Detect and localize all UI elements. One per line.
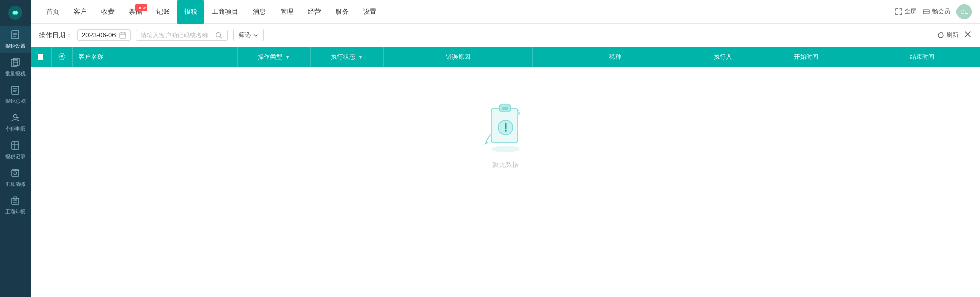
- nav-bookkeeping[interactable]: 记账: [149, 0, 177, 24]
- th-executor: 执行人: [698, 47, 748, 67]
- sidebar-item-label-tax-summary: 报税总览: [5, 98, 26, 104]
- svg-rect-30: [120, 33, 126, 38]
- sidebar-item-tax-settings[interactable]: 报税设置: [0, 26, 31, 53]
- chevron-down-icon: [253, 33, 258, 38]
- svg-point-20: [14, 172, 17, 175]
- svg-rect-42: [502, 107, 508, 110]
- nav-billing[interactable]: 收费: [94, 0, 122, 24]
- member-button[interactable]: 畅会员: [923, 7, 950, 16]
- date-value: 2023-06-06: [82, 31, 116, 39]
- tax-settings-icon: [10, 30, 20, 41]
- select-all-checkbox[interactable]: [37, 54, 44, 60]
- th-exec-status: 执行状态 ▼: [310, 47, 383, 67]
- th-customer-name: 客户名称: [72, 47, 238, 67]
- svg-rect-26: [923, 10, 929, 14]
- sidebar-item-personal-tax[interactable]: 个税申报: [0, 109, 31, 136]
- empty-text: 暂无数据: [492, 160, 519, 169]
- nav-customer[interactable]: 客户: [66, 0, 94, 24]
- nav-operation[interactable]: 经营: [301, 0, 328, 24]
- th-checkbox[interactable]: [31, 47, 51, 67]
- th-operation-type: 操作类型 ▼: [238, 47, 311, 67]
- nav-business[interactable]: 工商项目: [204, 0, 245, 24]
- search-input[interactable]: [141, 32, 212, 39]
- nav-tax[interactable]: 报税: [177, 0, 204, 24]
- svg-point-45: [505, 130, 507, 132]
- svg-point-39: [491, 146, 520, 152]
- svg-point-38: [60, 55, 63, 58]
- table-wrapper: 客户名称 操作类型 ▼ 执行状态 ▼ 错误原因: [31, 47, 980, 297]
- close-icon: [964, 30, 972, 38]
- svg-line-35: [220, 36, 222, 38]
- date-picker[interactable]: 2023-06-06: [77, 29, 131, 41]
- operation-type-sort-icon[interactable]: ▼: [285, 54, 290, 60]
- sidebar-item-settlement[interactable]: 汇算清缴: [0, 164, 31, 192]
- th-start-time-label: 开始时间: [794, 53, 818, 60]
- sidebar-item-tax-summary[interactable]: 报税总览: [0, 81, 31, 109]
- sidebar: 报税设置 批量报税 报税总览: [0, 0, 31, 297]
- th-end-time-label: 结束时间: [910, 53, 935, 60]
- nav-business-label: 工商项目: [212, 7, 238, 16]
- close-button[interactable]: [964, 30, 972, 40]
- refresh-button[interactable]: 刷新: [937, 31, 959, 39]
- nav-manage[interactable]: 管理: [273, 0, 301, 24]
- nav-home-label: 首页: [46, 7, 59, 16]
- nav-home[interactable]: 首页: [39, 0, 66, 24]
- nav-settings[interactable]: 设置: [356, 0, 383, 24]
- settlement-icon: [10, 168, 20, 180]
- sidebar-item-label-annual-report: 工商年报: [5, 209, 26, 215]
- sidebar-item-label-settlement: 汇算清缴: [5, 181, 26, 187]
- fullscreen-button[interactable]: 全屏: [895, 7, 917, 16]
- fullscreen-label: 全屏: [904, 7, 917, 16]
- sidebar-item-label-batch-tax: 批量报税: [5, 71, 26, 77]
- toolbar: 操作日期： 2023-06-06 筛选: [31, 24, 980, 47]
- nav-manage-label: 管理: [280, 7, 293, 16]
- main-area: 首页 客户 收费 票据 new 记账 报税 工商项目 消息 管理 经营: [31, 0, 980, 297]
- user-avatar[interactable]: CE: [956, 4, 972, 19]
- tax-summary-icon: [10, 85, 20, 97]
- svg-marker-47: [484, 141, 488, 145]
- invoice-new-badge: new: [135, 4, 147, 11]
- exec-status-sort-icon[interactable]: ▼: [358, 54, 363, 60]
- nav-customer-label: 客户: [74, 7, 87, 16]
- svg-text:CE: CE: [960, 9, 968, 15]
- svg-rect-16: [12, 142, 19, 149]
- th-settings: [51, 47, 72, 67]
- sidebar-logo: [0, 0, 31, 26]
- nav-service[interactable]: 服务: [328, 0, 356, 24]
- th-operation-type-label: 操作类型: [258, 53, 282, 60]
- nav-invoice[interactable]: 票据 new: [122, 0, 149, 24]
- nav-bookkeeping-label: 记账: [156, 7, 170, 16]
- nav-settings-label: 设置: [363, 7, 376, 16]
- th-end-time: 结束时间: [864, 47, 980, 67]
- sidebar-item-batch-tax[interactable]: 批量报税: [0, 53, 31, 81]
- refresh-label: 刷新: [946, 31, 959, 39]
- member-label: 畅会员: [932, 7, 950, 16]
- topnav: 首页 客户 收费 票据 new 记账 报税 工商项目 消息 管理 经营: [31, 0, 980, 24]
- date-label: 操作日期：: [39, 31, 72, 40]
- nav-messages[interactable]: 消息: [245, 0, 273, 24]
- empty-state: 暂无数据: [31, 67, 980, 200]
- sidebar-item-annual-report[interactable]: 工商年报: [0, 192, 31, 219]
- filter-label: 筛选: [239, 31, 251, 39]
- search-icon[interactable]: [215, 32, 222, 39]
- tax-records-icon: [10, 140, 20, 152]
- search-box: [136, 30, 228, 41]
- filter-button[interactable]: 筛选: [233, 29, 264, 41]
- batch-tax-icon: [10, 57, 20, 69]
- svg-point-48: [517, 112, 520, 115]
- nav-service-label: 服务: [335, 7, 349, 16]
- svg-point-13: [14, 115, 17, 118]
- calendar-icon: [119, 32, 126, 39]
- th-tax-type: 税种: [533, 47, 698, 67]
- svg-line-46: [486, 135, 490, 141]
- topnav-right: 全屏 畅会员 CE: [895, 4, 972, 19]
- th-customer-name-label: 客户名称: [79, 53, 103, 60]
- th-tax-type-label: 税种: [609, 53, 621, 60]
- sidebar-item-tax-records[interactable]: 报税记录: [0, 136, 31, 164]
- th-executor-label: 执行人: [714, 53, 732, 60]
- empty-illustration: [480, 98, 531, 154]
- personal-tax-icon: [10, 113, 20, 124]
- refresh-icon: [937, 32, 944, 39]
- content: 操作日期： 2023-06-06 筛选: [31, 24, 980, 297]
- settings-icon[interactable]: [58, 52, 66, 60]
